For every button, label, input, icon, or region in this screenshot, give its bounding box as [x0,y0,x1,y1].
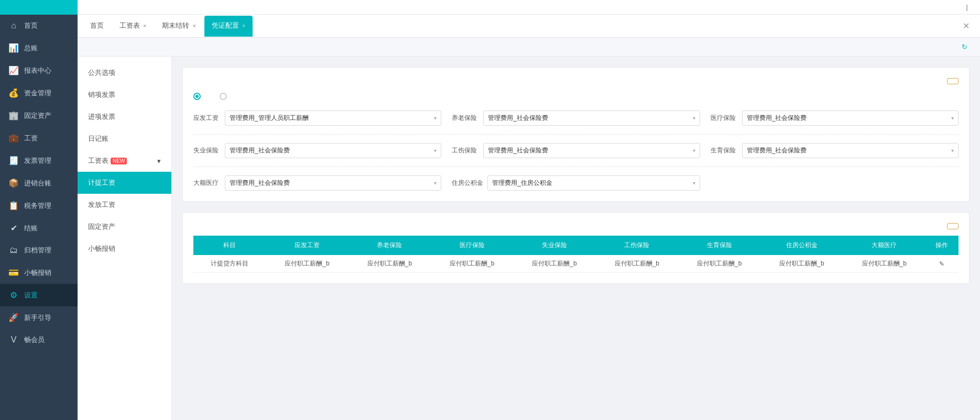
debit-radio-group [193,93,959,100]
credit-table-row-0: 计提贷方科目应付职工薪酬_b应付职工薪酬_b应付职工薪酬_b应付职工薪酬_b应付… [193,255,959,273]
tab-payroll[interactable]: 工资表× [112,16,154,37]
sidebar-item-vip[interactable]: V畅会员 [0,329,78,351]
sidebar-item-settings[interactable]: ⚙设置 [0,284,78,306]
sidebar-item-salary[interactable]: 💼工资 [0,127,78,149]
credit-row-action[interactable]: ✎ [925,255,959,273]
right-content: 应发工资 管理费用_管理人员职工薪酬 ▾ 养老保险 管理费用_社会保险费 ▾ 医… [172,57,980,420]
tab-close-voucher-config[interactable]: × [242,23,245,29]
form-select-失业保险[interactable]: 管理费用_社会保险费 ▾ [225,143,441,158]
credit-row-value-4[interactable]: 应付职工薪酬_b [596,255,678,273]
tab-label: 期末结转 [162,21,189,30]
tab-home[interactable]: 首页 [83,16,111,37]
radio-dept-circle [220,93,227,100]
left-nav-item-xiaochang-expense[interactable]: 小畅报销 [78,238,171,260]
debit-section: 应发工资 管理费用_管理人员职工薪酬 ▾ 养老保险 管理费用_社会保险费 ▾ 医… [182,67,970,202]
form-select-value: 管理费用_社会保险费 [488,114,548,123]
sidebar-item-archive[interactable]: 🗂归档管理 [0,239,78,261]
sidebar-item-closing[interactable]: ✔结账 [0,217,78,239]
left-nav-item-purchase-invoice[interactable]: 进项发票 [78,106,171,128]
credit-row-value-3[interactable]: 应付职工薪酬_b [513,255,595,273]
left-nav-item-fixed-assets[interactable]: 固定资产 [78,216,171,238]
dropdown-arrow-icon: ▾ [434,115,437,121]
form-item-1-2: 生育保险 管理费用_社会保险费 ▾ [711,143,959,158]
tabs-bar: 首页工资表×期末结转×凭证配置× ✕ [78,15,980,38]
tab-close-period-close[interactable]: × [192,23,195,29]
sidebar-item-reports[interactable]: 📈报表中心 [0,59,78,82]
sidebar-item-label: 畅会员 [24,335,45,345]
vip-icon: V [8,335,19,345]
form-select-医疗保险[interactable]: 管理费用_社会保险费 ▾ [742,110,959,126]
left-nav-item-sales-invoice[interactable]: 销项发票 [78,84,171,106]
form-select-大额医疗[interactable]: 管理费用_社会保险费 ▾ [225,175,441,191]
tab-close-payroll[interactable]: × [143,23,146,29]
sidebar-item-guide[interactable]: 🚀新手引导 [0,306,78,329]
left-nav-label: 日记账 [88,134,108,143]
radio-basic[interactable] [193,93,204,100]
form-label: 生育保险 [711,146,738,155]
credit-row-value-5[interactable]: 应付职工薪酬_b [678,255,760,273]
left-nav-item-calc-salary[interactable]: 计提工资 [78,172,171,194]
form-select-工伤保险[interactable]: 管理费用_社会保险费 ▾ [483,143,700,158]
form-select-value: 管理费用_社会保险费 [230,179,290,187]
left-nav-item-public[interactable]: 公共选项 [78,62,171,84]
dropdown-arrow-icon: ▾ [693,180,695,186]
tab-label: 工资表 [119,21,140,30]
form-select-住房公积金[interactable]: 管理费用_住房公积金 ▾ [487,175,700,191]
form-item-1-1: 工伤保险 管理费用_社会保险费 ▾ [452,143,700,158]
credit-table-col-大额医疗: 大额医疗 [843,236,925,255]
credit-row-value-6[interactable]: 应付职工薪酬_b [760,255,843,273]
credit-auto-match-button[interactable] [947,223,959,229]
sidebar-item-label: 资金管理 [24,89,51,98]
credit-row-value-0[interactable]: 应付职工薪酬_b [266,255,348,273]
radio-dept[interactable] [220,93,230,100]
left-nav-item-payroll-table[interactable]: 工资表NEW▾ [78,150,171,172]
sidebar-item-assets[interactable]: 🏢固定资产 [0,104,78,127]
sidebar-item-ledger[interactable]: 📊总账 [0,37,78,59]
credit-row-value-2[interactable]: 应付职工薪酬_b [431,255,513,273]
sidebar-item-tax[interactable]: 📋税务管理 [0,194,78,217]
refresh-button[interactable]: ↻ [962,43,970,51]
window-close-button[interactable]: ✕ [957,21,975,31]
left-nav-item-issue-salary[interactable]: 发放工资 [78,194,171,216]
form-select-应发工资[interactable]: 管理费用_管理人员职工薪酬 ▾ [225,110,441,126]
sidebar-item-xiaochang[interactable]: 💳小畅报销 [0,261,78,284]
left-nav-item-journal[interactable]: 日记账 [78,128,171,150]
dropdown-arrow-icon: ▾ [951,148,954,153]
dropdown-arrow-icon: ▾ [693,148,695,153]
sidebar-item-inventory[interactable]: 📦进销台账 [0,172,78,194]
debit-form-row-2: 大额医疗 管理费用_社会保险费 ▾ 住房公积金 管理费用_住房公积金 ▾ [193,175,959,191]
debit-auto-match-button[interactable] [947,78,959,84]
credit-row-value-7[interactable]: 应付职工薪酬_b [843,255,925,273]
sidebar-item-funds[interactable]: 💰资金管理 [0,82,78,104]
form-select-value: 管理费用_社会保险费 [488,146,548,155]
archive-icon: 🗂 [8,246,19,255]
sidebar-item-home[interactable]: ⌂首页 [0,15,78,37]
form-item-0-0: 应发工资 管理费用_管理人员职工薪酬 ▾ [193,110,441,126]
form-label: 应发工资 [193,114,221,123]
form-divider-1 [193,167,959,167]
guide-icon: 🚀 [8,313,19,323]
sidebar-item-invoices[interactable]: 🧾发票管理 [0,149,78,172]
left-nav: 公共选项销项发票进项发票日记账工资表NEW▾计提工资发放工资固定资产小畅报销 [78,57,172,420]
ledger-icon: 📊 [8,43,19,53]
sidebar-item-label: 设置 [24,291,38,300]
dropdown-arrow-icon: ▾ [951,115,954,121]
form-select-value: 管理费用_社会保险费 [230,146,290,155]
home-icon: ⌂ [8,21,19,30]
tab-voucher-config[interactable]: 凭证配置× [204,16,253,37]
form-item-2-1: 住房公积金 管理费用_住房公积金 ▾ [452,175,700,191]
credit-section: 科目应发工资养老保险医疗保险失业保险工伤保险生育保险住房公积金大额医疗操作 计提… [182,212,970,284]
tab-period-close[interactable]: 期末结转× [155,16,203,37]
form-select-生育保险[interactable]: 管理费用_社会保险费 ▾ [742,143,959,158]
main-area: | 首页工资表×期末结转×凭证配置× ✕ ↻ 公共选项销项发票进项发票日记账工资… [78,0,980,420]
credit-table-col-操作: 操作 [925,236,959,255]
debit-form-row-1: 失业保险 管理费用_社会保险费 ▾ 工伤保险 管理费用_社会保险费 ▾ 生育保险… [193,143,959,158]
credit-row-value-1[interactable]: 应付职工薪酬_b [349,255,431,273]
top-bar: | [78,0,980,15]
inventory-icon: 📦 [8,178,19,188]
form-label: 医疗保险 [711,114,738,123]
expand-icon: ▾ [157,157,161,165]
form-select-value: 管理费用_社会保险费 [747,146,807,155]
form-select-养老保险[interactable]: 管理费用_社会保险费 ▾ [483,110,700,126]
form-item-1-0: 失业保险 管理费用_社会保险费 ▾ [193,143,441,158]
